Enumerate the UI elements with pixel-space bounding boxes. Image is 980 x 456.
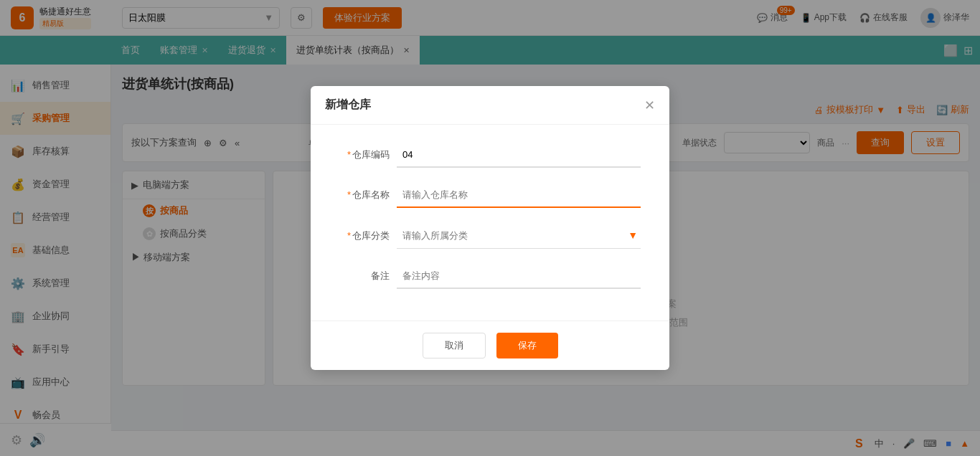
warehouse-category-select-wrap: ▼: [397, 222, 641, 249]
warehouse-remark-label: 备注: [339, 270, 397, 282]
dialog-body: 仓库编码 仓库名称 仓库分类 ▼ 备注: [311, 125, 669, 320]
dialog-header: 新增仓库 ✕: [311, 86, 669, 125]
dialog-title: 新增仓库: [325, 98, 371, 113]
warehouse-category-input[interactable]: [397, 222, 628, 248]
warehouse-name-label: 仓库名称: [339, 189, 397, 201]
warehouse-code-label: 仓库编码: [339, 148, 397, 161]
warehouse-category-label: 仓库分类: [339, 229, 397, 242]
new-warehouse-dialog: 新增仓库 ✕ 仓库编码 仓库名称 仓库分类 ▼: [311, 86, 669, 370]
dialog-footer: 取消 保存: [311, 320, 669, 370]
warehouse-name-row: 仓库名称: [339, 182, 641, 208]
warehouse-code-input[interactable]: [397, 142, 641, 168]
category-dropdown-icon[interactable]: ▼: [628, 229, 641, 241]
save-button[interactable]: 保存: [496, 333, 558, 358]
cancel-button[interactable]: 取消: [423, 333, 486, 358]
warehouse-remark-input[interactable]: [397, 263, 641, 289]
warehouse-remark-row: 备注: [339, 263, 641, 289]
warehouse-category-row: 仓库分类 ▼: [339, 222, 641, 249]
dialog-overlay: 新增仓库 ✕ 仓库编码 仓库名称 仓库分类 ▼: [0, 0, 980, 456]
dialog-close-button[interactable]: ✕: [644, 99, 655, 112]
warehouse-code-row: 仓库编码: [339, 142, 641, 168]
warehouse-name-input[interactable]: [397, 182, 641, 208]
